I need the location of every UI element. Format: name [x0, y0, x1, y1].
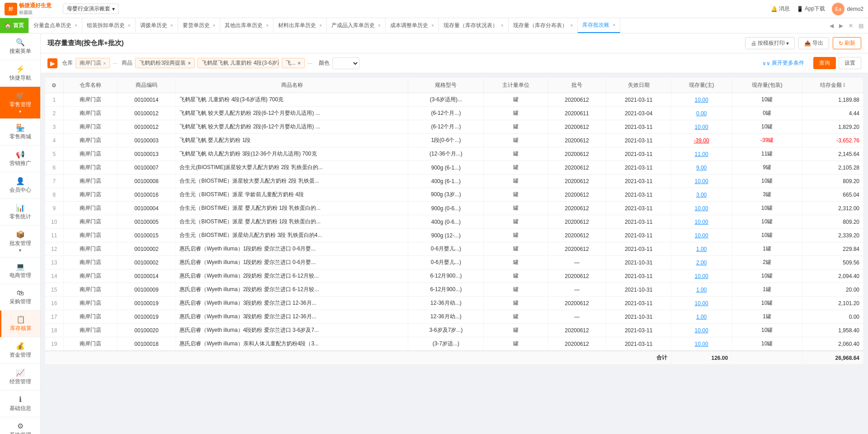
row-expire: 2021-03-11 — [606, 229, 671, 242]
chevron-down-icon: ▾ — [112, 6, 115, 12]
sidebar-item-purchase[interactable]: 🛍 采购管理 — [0, 284, 40, 311]
product-more-icon[interactable]: ··· — [307, 60, 312, 66]
row-qty-main[interactable]: 10.00 — [671, 337, 732, 351]
row-qty-main[interactable]: 10.00 — [671, 175, 732, 188]
sidebar-item-retailstat[interactable]: 📊 零售统计 — [0, 199, 40, 226]
row-qty-main[interactable]: 10.00 — [671, 120, 732, 134]
product-1-close-icon[interactable]: × — [188, 60, 191, 66]
settings-btn[interactable]: 设置 — [839, 57, 861, 69]
warehouse-close-icon[interactable]: × — [103, 61, 106, 66]
row-qty-main[interactable]: 1.00 — [671, 242, 732, 256]
account-selector[interactable]: 母婴行业演示账套 ▾ — [63, 4, 119, 14]
stat-icon: 📊 — [2, 203, 38, 212]
product-tag-2[interactable]: 飞鹤星飞帆 儿童奶粉 4段(3-6岁适用) 700克 × — [198, 58, 279, 68]
export-btn[interactable]: 📤 导出 — [798, 37, 829, 49]
search-icon: 🔍 — [2, 38, 38, 47]
close-icon[interactable]: × — [501, 23, 504, 28]
row-qty-main[interactable]: 10.00 — [671, 229, 732, 242]
tab-xiancun1[interactable]: 现存量（库存状况表） × — [439, 18, 509, 33]
row-qty-main[interactable]: 9.00 — [671, 161, 732, 175]
tab-next-icon[interactable]: ▶ — [837, 22, 845, 30]
row-qty-main[interactable]: 10.00 — [671, 93, 732, 107]
row-qty-main[interactable]: 10.00 — [671, 269, 732, 283]
message-btn[interactable]: 🔔 消息 — [771, 5, 790, 13]
row-code: 00100002 — [117, 256, 175, 269]
print-btn[interactable]: 🖨 按模板打印 ▾ — [745, 37, 795, 49]
close-icon[interactable]: × — [319, 23, 322, 28]
app-download-btn[interactable]: 📱 App下载 — [797, 5, 825, 13]
query-btn[interactable]: 查询 — [813, 57, 836, 69]
tab-tiaobo[interactable]: 调拨单历史 × — [136, 18, 178, 33]
row-qty-main[interactable]: 1.00 — [671, 310, 732, 324]
sidebar-item-retail[interactable]: 🛒 零售管理 ▾ — [0, 87, 40, 119]
close-icon[interactable]: × — [378, 23, 381, 28]
close-icon[interactable]: × — [75, 23, 77, 28]
sidebar-item-retailshop[interactable]: 🏪 零售商城 — [0, 119, 40, 146]
filter-toggle-btn[interactable]: ▶ — [47, 58, 57, 68]
row-qty-main[interactable]: 3.00 — [671, 188, 732, 202]
row-qty-main[interactable]: -39.00 — [671, 134, 732, 147]
product-3-close-icon[interactable]: × — [297, 60, 301, 66]
sidebar-item-finance[interactable]: 💰 资金管理 — [0, 337, 40, 364]
sidebar-item-wholesale[interactable]: 📦 批发管理 ▾ — [0, 226, 40, 258]
tab-kucunpi[interactable]: 库存批次账 × — [578, 18, 620, 33]
close-icon[interactable]: × — [571, 23, 573, 28]
row-qty-pkg: 10罐 — [732, 175, 802, 188]
sidebar-item-basic[interactable]: ℹ 基础信息 — [0, 391, 40, 417]
refresh-btn[interactable]: ↻ 刷新 — [833, 37, 861, 49]
tab-menu-icon[interactable]: ▤ — [856, 22, 866, 30]
sidebar-item-ecommerce[interactable]: 💻 电商管理 — [0, 258, 40, 284]
close-icon[interactable]: × — [613, 23, 615, 28]
sidebar-item-system[interactable]: ⚙ 系统管理 — [0, 417, 40, 434]
tab-chanpin[interactable]: 产成品入库单历史 × — [327, 18, 386, 33]
close-icon[interactable]: × — [431, 23, 434, 28]
footer-qty-pkg-total — [732, 351, 802, 365]
sidebar-item-member[interactable]: 👤 会员中心 — [0, 172, 40, 199]
close-icon[interactable]: × — [128, 23, 131, 28]
sidebar-item-inventory[interactable]: 📋 库存核算 — [0, 311, 40, 337]
row-qty-main[interactable]: 10.00 — [671, 202, 732, 215]
tab-zuchai[interactable]: 组装拆卸单历史 × — [82, 18, 136, 33]
row-qty-pkg: 10罐 — [732, 337, 802, 351]
warehouse-tag[interactable]: 南岸门店 × — [75, 58, 110, 68]
color-select[interactable] — [332, 57, 359, 69]
tab-prev-icon[interactable]: ◀ — [827, 22, 836, 30]
row-unit: 罐 — [484, 93, 547, 107]
table-row: 16 南岸门店 00100019 惠氏启睿（Wyeth illuma）3段奶粉 … — [45, 297, 863, 310]
row-spec: 900g (3岁...) — [408, 188, 484, 202]
sidebar-item-marketing[interactable]: 📢 营销推广 — [0, 146, 40, 172]
close-icon[interactable]: × — [213, 23, 216, 28]
sidebar-item-ops-label: 经营管理 — [2, 378, 38, 386]
row-qty-main[interactable]: 10.00 — [671, 324, 732, 337]
tab-close-icon[interactable]: ✕ — [846, 22, 855, 30]
row-num: 19 — [45, 337, 63, 351]
sidebar-item-search[interactable]: 🔍 搜索英单 — [0, 33, 40, 60]
row-qty-main[interactable]: 1.00 — [671, 283, 732, 297]
product-tag-1[interactable]: 飞鹤奶粉3段两提装 × — [135, 58, 195, 68]
tab-cailiao[interactable]: 材料出库单历史 × — [274, 18, 327, 33]
row-qty-main[interactable]: 10.00 — [671, 297, 732, 310]
tab-home[interactable]: 🏠 首页 — [0, 18, 29, 33]
row-unit: 罐 — [484, 134, 547, 147]
close-icon[interactable]: × — [266, 23, 269, 28]
close-icon[interactable]: × — [170, 23, 173, 28]
expand-filter-btn[interactable]: ∨∨ 展开更多条件 — [762, 59, 804, 67]
row-qty-main[interactable]: 10.00 — [671, 215, 732, 229]
user-area[interactable]: Ea demo2 — [832, 3, 863, 15]
tab-xiancun2[interactable]: 现存量（库存分布表） × — [509, 18, 578, 33]
warehouse-more-icon[interactable]: ··· — [113, 60, 117, 66]
sidebar-item-quicknav[interactable]: ⚡ 快捷导航 — [0, 60, 40, 87]
sidebar-item-ops[interactable]: 📈 经营管理 — [0, 364, 40, 391]
product-tag-3[interactable]: 飞... × — [282, 58, 305, 68]
col-settings[interactable]: ⚙ — [45, 78, 63, 93]
tab-fenpan[interactable]: 分量盘点单历史 × — [29, 18, 82, 33]
row-qty-main[interactable]: 0.00 — [671, 107, 732, 120]
row-qty-main[interactable]: 11.00 — [671, 147, 732, 161]
row-qty-pkg: 10罐 — [732, 297, 802, 310]
tab-yaohuo[interactable]: 要货单历史 × — [178, 18, 221, 33]
page-title: 现存量查询(按仓库+批次) — [47, 39, 124, 47]
tab-qitachu[interactable]: 其他出库单历史 × — [220, 18, 274, 33]
row-qty-main[interactable]: 2.00 — [671, 256, 732, 269]
tab-chengben[interactable]: 成本调整单历史 × — [386, 18, 439, 33]
settings-gear-icon[interactable]: ⚙ — [52, 82, 57, 89]
